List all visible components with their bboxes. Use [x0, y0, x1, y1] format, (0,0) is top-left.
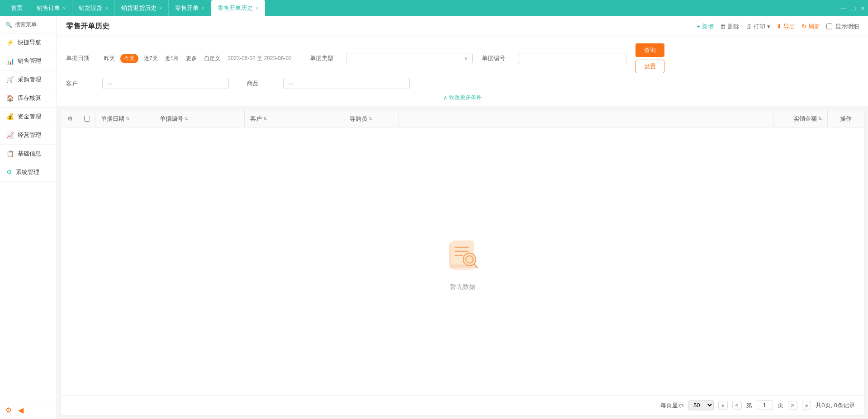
date-opt-last7[interactable]: 近7天	[142, 54, 160, 63]
sidebar-item-base-info[interactable]: 📋 基础信息	[0, 145, 57, 163]
pagination: 每页显示 50 10 20 100 « < 第 页 > » 共0页, 0条记录	[61, 395, 864, 415]
date-opt-last1m[interactable]: 近1月	[163, 54, 181, 63]
sidebar-item-inventory[interactable]: 🏠 库存核算	[0, 89, 57, 108]
window-close-btn[interactable]: ×	[861, 5, 864, 12]
sidebar-item-purchase-mgmt-label: 采购管理	[18, 75, 41, 84]
print-button[interactable]: 🖨 打印 ▾	[746, 23, 770, 31]
empty-text: 暂无数据	[450, 283, 475, 291]
product-input-wrap	[283, 78, 410, 89]
tab-sales-return-history-label: 销货退货历史	[121, 4, 157, 12]
window-max-btn[interactable]: □	[852, 5, 856, 12]
sidebar-item-quick-nav[interactable]: ⚡ 快捷导航	[0, 33, 57, 52]
th-date[interactable]: 单据日期 ⇅	[95, 110, 154, 127]
sidebar-item-sales-mgmt-label: 销售管理	[18, 57, 41, 65]
th-number[interactable]: 单据编号 ⇅	[154, 110, 245, 127]
page-size-select[interactable]: 50 10 20 100	[688, 400, 714, 410]
th-guide-label: 导购员	[350, 115, 367, 123]
delete-button[interactable]: 🗑 删除	[720, 23, 740, 31]
new-button[interactable]: + 新增	[697, 23, 714, 31]
filter-settings-button[interactable]: 设置	[636, 60, 664, 73]
product-input[interactable]	[288, 80, 405, 87]
tab-sales-return-history-close[interactable]: ×	[159, 5, 162, 11]
first-page-button[interactable]: «	[718, 401, 728, 410]
export-label: 导出	[783, 23, 795, 31]
sidebar-item-purchase-mgmt[interactable]: 🛒 采购管理	[0, 71, 57, 89]
quick-nav-icon: ⚡	[6, 39, 14, 46]
tab-sales-return-history[interactable]: 销货退货历史 ×	[115, 0, 169, 16]
customer-input[interactable]	[107, 80, 224, 87]
export-button[interactable]: ⬇ 导出	[777, 23, 795, 31]
sales-mgmt-icon: 📊	[6, 57, 14, 65]
th-guide[interactable]: 导购员 ⇅	[344, 110, 398, 127]
filter-row-1: 单据日期 昨天 今天 近7天 近1月 更多 自定义 2023-06-02 至 2…	[66, 43, 859, 73]
sys-mgmt-icon: ⚙	[6, 169, 12, 176]
window-min-btn[interactable]: —	[841, 5, 847, 12]
new-label: 新增	[702, 23, 714, 31]
query-button[interactable]: 查询	[636, 43, 664, 57]
doc-type-dropdown-icon: ▾	[465, 55, 468, 62]
product-label: 商品	[247, 80, 274, 88]
collapse-filter-button[interactable]: ∧ 收起更多条件	[66, 94, 859, 101]
print-label: 打印	[754, 23, 765, 31]
sidebar-item-operations-mgmt[interactable]: 📈 经营管理	[0, 126, 57, 145]
page-header: 零售开单历史 + 新增 🗑 删除 🖨 打印 ▾ ⬇ 导出	[57, 16, 868, 37]
doc-num-label: 单据编号	[482, 54, 509, 62]
sidebar-item-sys-mgmt[interactable]: ⚙ 系统管理	[0, 163, 57, 182]
tab-retail-open-history-close[interactable]: ×	[256, 5, 258, 11]
prev-page-button[interactable]: <	[732, 401, 742, 410]
doc-type-label: 单据类型	[310, 54, 337, 62]
display-col-label: 显示明细	[835, 23, 859, 31]
doc-type-select[interactable]: ▾	[346, 53, 473, 64]
tab-home-label: 首页	[11, 4, 23, 12]
export-icon: ⬇	[777, 23, 782, 30]
select-all-checkbox[interactable]	[84, 116, 90, 122]
delete-icon: 🗑	[720, 23, 726, 30]
sort-customer-icon: ⇅	[263, 116, 267, 121]
tab-sales-order-close[interactable]: ×	[63, 5, 66, 11]
tab-retail-open[interactable]: 零售开单 ×	[169, 0, 211, 16]
main-layout: 🔍 搜索菜单 ⚡ 快捷导航 📊 销售管理 🛒 采购管理 🏠 库存核算 💰 资金管…	[0, 16, 868, 419]
date-opt-yesterday[interactable]: 昨天	[102, 54, 117, 63]
sidebar-item-finance-mgmt[interactable]: 💰 资金管理	[0, 108, 57, 126]
page-title: 零售开单历史	[66, 22, 109, 31]
last-page-button[interactable]: »	[802, 401, 811, 410]
doc-num-input[interactable]	[523, 55, 621, 62]
tab-retail-open-history[interactable]: 零售开单历史 ×	[211, 0, 265, 16]
sort-number-icon: ⇅	[185, 116, 188, 121]
collapse-sidebar-icon[interactable]: ◀	[18, 406, 24, 414]
th-operation: 操作	[828, 110, 864, 127]
tab-home[interactable]: 首页	[4, 0, 30, 16]
tab-sales-return[interactable]: 销货退货 ×	[72, 0, 114, 16]
th-date-label: 单据日期	[101, 115, 124, 123]
sort-date-icon: ⇅	[126, 116, 129, 121]
tab-sales-order[interactable]: 销售订单 ×	[30, 0, 72, 16]
next-page-button[interactable]: >	[788, 401, 797, 410]
th-customer[interactable]: 客户 ⇅	[245, 110, 344, 127]
tab-retail-open-history-label: 零售开单历史	[218, 4, 253, 12]
refresh-button[interactable]: ↻ 刷新	[802, 23, 820, 31]
sidebar: 🔍 搜索菜单 ⚡ 快捷导航 📊 销售管理 🛒 采购管理 🏠 库存核算 💰 资金管…	[0, 16, 57, 419]
sidebar-search[interactable]: 🔍 搜索菜单	[0, 16, 57, 33]
settings-bottom-icon[interactable]: ⚙	[5, 406, 12, 414]
tab-retail-open-close[interactable]: ×	[201, 5, 204, 11]
sidebar-item-finance-mgmt-label: 资金管理	[18, 113, 41, 121]
display-col-checkbox[interactable]	[826, 24, 832, 29]
date-opt-today[interactable]: 今天	[120, 54, 138, 63]
th-settings[interactable]: ⚙	[61, 110, 79, 127]
current-page-input[interactable]	[757, 400, 773, 410]
tab-sales-order-label: 销售订单	[37, 4, 60, 12]
tab-sales-return-label: 销货退货	[79, 4, 102, 12]
date-opt-more[interactable]: 更多	[184, 54, 199, 63]
collapse-icon: ∧	[443, 94, 447, 101]
display-col-toggle[interactable]: 显示明细	[826, 23, 859, 31]
date-opt-custom[interactable]: 自定义	[202, 54, 222, 63]
print-icon: 🖨	[746, 23, 752, 30]
sidebar-item-sales-mgmt[interactable]: 📊 销售管理	[0, 52, 57, 71]
th-number-label: 单据编号	[160, 115, 183, 123]
empty-state: 暂无数据	[61, 127, 864, 395]
filter-row-2: 客户 商品	[66, 78, 859, 89]
sidebar-item-inventory-label: 库存核算	[18, 94, 41, 102]
th-amount[interactable]: 实销金额 ⇅	[773, 110, 828, 127]
th-customer-label: 客户	[250, 115, 262, 123]
tab-sales-return-close[interactable]: ×	[105, 5, 108, 11]
